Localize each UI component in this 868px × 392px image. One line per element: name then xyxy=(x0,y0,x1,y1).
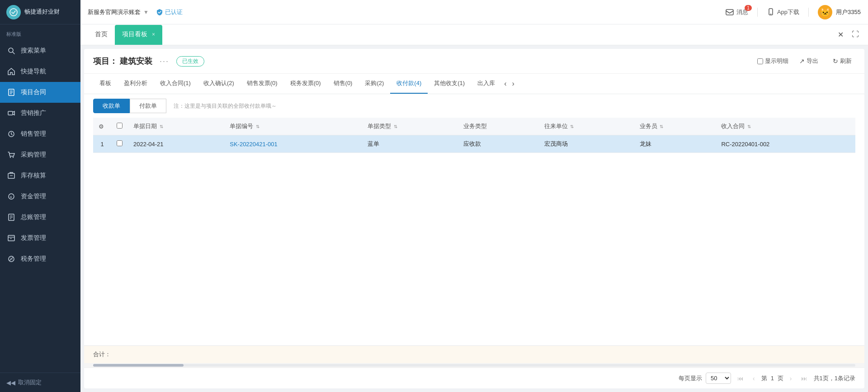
svg-point-25 xyxy=(770,14,771,14)
sidebar-quicknav-label: 快捷导航 xyxy=(21,67,46,76)
sidebar-item-tax[interactable]: 税务管理 xyxy=(0,249,80,269)
sidebar-item-ledger[interactable]: 总账管理 xyxy=(0,207,80,228)
subnav-sales[interactable]: 销售(0) xyxy=(327,74,359,94)
svg-rect-7 xyxy=(8,111,13,115)
inventory-icon xyxy=(6,171,16,181)
sidebar-item-search[interactable]: 搜索菜单 xyxy=(0,40,80,61)
last-page-button[interactable]: ⏭ xyxy=(798,373,810,383)
refresh-icon: ↻ xyxy=(833,57,838,65)
per-page-label: 每页显示 xyxy=(679,374,702,382)
sidebar-item-invoice[interactable]: 发票管理 xyxy=(0,228,80,249)
app-download-button[interactable]: App下载 xyxy=(767,8,799,16)
th-partner[interactable]: 往来单位 ⇅ xyxy=(539,118,634,135)
th-type[interactable]: 单据类型 ⇅ xyxy=(362,118,458,135)
toggle-receipt-label: 收款单 xyxy=(103,102,120,109)
sidebar-item-sales[interactable]: 销售管理 xyxy=(0,124,80,144)
show-detail-input[interactable] xyxy=(757,58,763,64)
row-number-link[interactable]: SK-20220421-001 xyxy=(230,141,278,148)
subnav-income-confirm[interactable]: 收入确认(2) xyxy=(197,74,241,94)
sidebar-item-marketing[interactable]: 营销推广 xyxy=(0,103,80,124)
svg-rect-23 xyxy=(726,10,733,15)
window-buttons: ✕ ⛶ xyxy=(836,29,861,41)
svg-point-10 xyxy=(13,157,14,158)
subnav-payment[interactable]: 收付款(4) xyxy=(390,74,428,94)
subnav-tax-invoice[interactable]: 税务发票(0) xyxy=(284,74,327,94)
row-partner: 宏茂商场 xyxy=(539,135,634,153)
row-checkbox[interactable] xyxy=(117,140,123,146)
th-salesman[interactable]: 业务员 ⇅ xyxy=(634,118,716,135)
subnav-inout[interactable]: 出入库 xyxy=(471,74,501,94)
project-actions-menu[interactable]: ··· xyxy=(160,57,169,66)
tab-project-board[interactable]: 项目看板 × xyxy=(115,25,162,45)
user-menu[interactable]: 🐱 用户3355 xyxy=(818,5,861,19)
tab-project-label: 项目看板 xyxy=(122,30,147,38)
sidebar-logo: 畅捷通好业财 xyxy=(0,0,80,24)
th-settings[interactable]: ⚙ xyxy=(93,118,111,135)
scrollbar-thumb[interactable] xyxy=(93,364,184,367)
main-area: 新服务官网演示账套 ▼ 已认证 1 消息 xyxy=(80,0,868,392)
select-all-checkbox[interactable] xyxy=(117,123,123,129)
pin-icon: ◀◀ xyxy=(6,379,15,386)
first-page-button[interactable]: ⏮ xyxy=(735,373,746,383)
account-selector[interactable]: 新服务官网演示账套 ▼ xyxy=(88,8,149,16)
close-window-icon[interactable]: ✕ xyxy=(836,29,845,41)
page-label: 第 xyxy=(761,374,767,382)
subnav-next-icon[interactable]: › xyxy=(509,76,517,91)
per-page-select[interactable]: 50 100 200 xyxy=(706,373,731,384)
contract-icon xyxy=(6,87,16,97)
subnav-income-contract[interactable]: 收入合同(1) xyxy=(154,74,197,94)
tab-home[interactable]: 首页 xyxy=(88,25,115,45)
user-avatar: 🐱 xyxy=(818,5,832,19)
account-name: 新服务官网演示账套 xyxy=(88,8,141,16)
toggle-payment[interactable]: 付款单 xyxy=(130,99,166,113)
subnav-sales-invoice[interactable]: 销售发票(0) xyxy=(241,74,284,94)
export-button[interactable]: ↗ 导出 xyxy=(796,55,822,67)
tab-home-label: 首页 xyxy=(95,30,108,38)
row-number-cell: SK-20220421-001 xyxy=(224,135,362,153)
th-number[interactable]: 单据编号 ⇅ xyxy=(224,118,362,135)
th-date[interactable]: 单据日期 ⇅ xyxy=(128,118,224,135)
subnav-prev-icon[interactable]: ‹ xyxy=(501,76,509,91)
project-header-right: 显示明细 ↗ 导出 ↻ 刷新 xyxy=(757,55,855,67)
table-footer: 合计： xyxy=(84,345,864,363)
svg-rect-19 xyxy=(8,235,14,241)
app-name: 畅捷通好业财 xyxy=(24,8,60,16)
maximize-window-icon[interactable]: ⛶ xyxy=(850,29,861,41)
sidebar-item-finance[interactable]: ¥ 资金管理 xyxy=(0,186,80,207)
refresh-button[interactable]: ↻ 刷新 xyxy=(829,55,855,67)
phone-icon xyxy=(767,8,775,16)
prev-page-button[interactable]: ‹ xyxy=(750,373,758,383)
svg-line-2 xyxy=(13,52,14,54)
table-row[interactable]: 1 2022-04-21 SK-20220421-001 蓝单 应收款 宏茂商场… xyxy=(93,135,855,153)
tab-close-icon[interactable]: × xyxy=(152,31,155,38)
scrollbar-track xyxy=(93,364,855,367)
header-divider xyxy=(757,8,758,17)
next-page-button[interactable]: › xyxy=(787,373,795,383)
subnav-profit[interactable]: 盈利分析 xyxy=(118,74,154,94)
svg-text:¥: ¥ xyxy=(9,195,12,199)
sidebar-unpin[interactable]: ◀◀ 取消固定 xyxy=(0,373,80,392)
project-header: 项目： 建筑安装 ··· 已生效 显示明细 ↗ 导出 ↻ 刷新 xyxy=(84,49,864,74)
subnav-other[interactable]: 其他收支(1) xyxy=(428,74,471,94)
finance-icon: ¥ xyxy=(6,191,16,201)
toggle-receipt[interactable]: 收款单 xyxy=(93,99,130,113)
subnav-kanban[interactable]: 看板 xyxy=(93,74,118,94)
subnav-purchase[interactable]: 采购(2) xyxy=(359,74,390,94)
message-button[interactable]: 1 消息 xyxy=(725,8,748,17)
export-icon: ↗ xyxy=(799,57,805,65)
show-detail-checkbox[interactable]: 显示明细 xyxy=(757,57,788,65)
sidebar-item-quicknav[interactable]: 快捷导航 xyxy=(0,61,80,82)
sidebar-inventory-label: 库存核算 xyxy=(21,172,46,180)
app-download-label: App下载 xyxy=(777,8,799,16)
th-checkbox xyxy=(111,118,128,135)
th-contract[interactable]: 收入合同 ⇅ xyxy=(716,118,855,135)
tabs-bar: 首页 项目看板 × ✕ ⛶ xyxy=(80,24,868,45)
sidebar-item-inventory[interactable]: 库存核算 xyxy=(0,165,80,186)
sidebar-item-contract[interactable]: 项目合同 xyxy=(0,82,80,103)
horizontal-scrollbar[interactable] xyxy=(84,363,864,368)
message-icon xyxy=(725,8,734,17)
sidebar-item-purchase[interactable]: 采购管理 xyxy=(0,144,80,165)
certified-badge: 已认证 xyxy=(156,8,183,16)
unpin-label: 取消固定 xyxy=(18,378,42,387)
total-label: 合计： xyxy=(93,351,111,358)
